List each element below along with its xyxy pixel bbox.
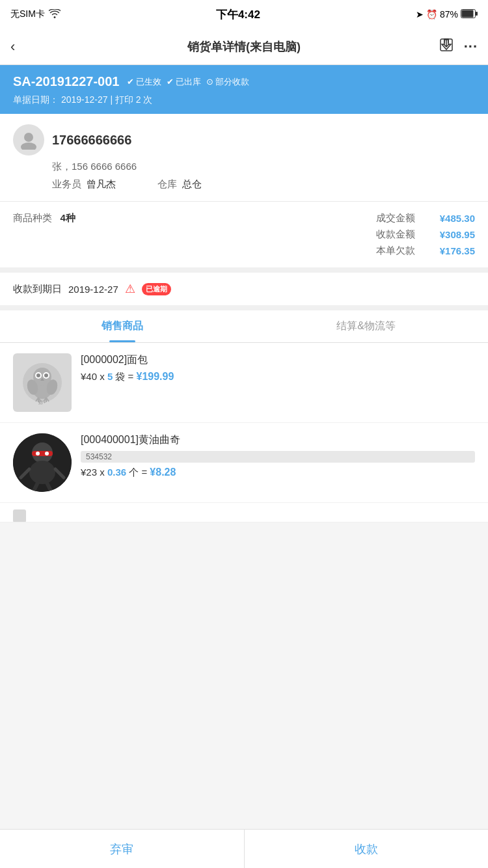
product-count: 4种 bbox=[61, 212, 75, 223]
product-price-1: ¥40 x 5 袋 = ¥199.99 bbox=[81, 371, 475, 383]
product-name-1: [0000002]面包 bbox=[81, 353, 475, 367]
svg-point-31 bbox=[36, 452, 40, 455]
status-left: 无SIM卡 bbox=[10, 8, 61, 20]
amount-row: 成交金额 ¥485.30 bbox=[376, 212, 475, 224]
svg-point-5 bbox=[21, 142, 36, 150]
overdue-date: 2019-12-27 bbox=[68, 284, 118, 295]
customer-name: 17666666666 bbox=[52, 133, 131, 148]
battery-icon bbox=[461, 9, 478, 20]
product-sku-2: 534532 bbox=[81, 451, 475, 463]
svg-point-32 bbox=[45, 452, 49, 455]
alarm-icon: ⏰ bbox=[426, 9, 437, 20]
product-image-2 bbox=[13, 433, 72, 492]
product-name-2: [000400001]黄油曲奇 bbox=[81, 433, 475, 447]
overdue-label: 收款到期日 bbox=[13, 283, 62, 295]
product-total-2: ¥8.28 bbox=[150, 467, 176, 478]
owed-row: 本单欠款 ¥176.35 bbox=[376, 245, 475, 257]
product-item-2: [000400001]黄油曲奇 534532 ¥23 x 0.36 个 = ¥8… bbox=[0, 423, 488, 503]
check-icon-1: ✔ bbox=[127, 77, 134, 87]
clock-icon: ⊙ bbox=[206, 77, 213, 87]
product-qty-2: 0.36 bbox=[107, 467, 126, 478]
product-total-1: ¥199.99 bbox=[137, 371, 174, 382]
cancel-button[interactable]: 弃审 bbox=[0, 830, 245, 868]
svg-point-12 bbox=[44, 373, 48, 377]
customer-meta: 业务员 曾凡杰 仓库 总仓 bbox=[13, 178, 475, 191]
order-id: SA-20191227-001 bbox=[13, 74, 119, 89]
header-banner: SA-20191227-001 ✔ 已生效 ✔ 已出库 ⊙ 部分收款 单据日期：… bbox=[0, 65, 488, 114]
amount-value: ¥485.30 bbox=[423, 213, 475, 224]
banner-date: 单据日期： 2019-12-27 | 打印 2 次 bbox=[13, 94, 475, 106]
tabs-section: 销售商品 结算&物流等 bbox=[0, 310, 488, 343]
customer-top: 17666666666 bbox=[13, 124, 475, 156]
check-icon-2: ✔ bbox=[167, 77, 174, 87]
product-info-1: [0000002]面包 ¥40 x 5 袋 = ¥199.99 bbox=[81, 353, 475, 383]
status-right: ➤ ⏰ 87% bbox=[416, 9, 478, 20]
status-time: 下午4:42 bbox=[216, 7, 260, 22]
product-price-2: ¥23 x 0.36 个 = ¥8.28 bbox=[81, 467, 475, 479]
nav-title: 销货单详情(来自电脑) bbox=[187, 39, 301, 55]
owed-value: ¥176.35 bbox=[423, 245, 475, 256]
nav-right: ··· bbox=[439, 38, 478, 55]
warehouse-value: 总仓 bbox=[182, 178, 202, 191]
battery-text: 87% bbox=[440, 9, 458, 20]
product-item-3 bbox=[0, 503, 488, 522]
svg-point-4 bbox=[24, 133, 33, 142]
product-item-1: 鲸+ [0000002]面包 ¥40 x 5 袋 = ¥199.99 bbox=[0, 343, 488, 423]
overdue-section: 收款到期日 2019-12-27 ⚠ 已逾期 bbox=[0, 273, 488, 310]
svg-rect-1 bbox=[461, 10, 473, 17]
svg-text:鲸+: 鲸+ bbox=[38, 400, 46, 405]
status-partial-payment: ⊙ 部分收款 bbox=[206, 76, 249, 88]
svg-point-11 bbox=[36, 373, 40, 377]
received-row: 收款金额 ¥308.95 bbox=[376, 228, 475, 241]
bottom-bar: 弃审 收款 bbox=[0, 829, 488, 868]
confirm-button[interactable]: 收款 bbox=[245, 830, 489, 868]
product-qty-1: 5 bbox=[107, 371, 113, 382]
product-info-2: [000400001]黄油曲奇 534532 ¥23 x 0.36 个 = ¥8… bbox=[81, 433, 475, 479]
customer-section: 17666666666 张，156 6666 6666 业务员 曾凡杰 仓库 总… bbox=[0, 114, 488, 202]
product-image-3 bbox=[13, 509, 26, 522]
svg-rect-25 bbox=[32, 451, 53, 456]
avatar bbox=[13, 124, 44, 156]
share-icon[interactable] bbox=[439, 38, 454, 55]
summary-right: 成交金额 ¥485.30 收款金额 ¥308.95 本单欠款 ¥176.35 bbox=[376, 212, 475, 257]
status-shipped: ✔ 已出库 bbox=[167, 76, 201, 88]
tab-sales-products[interactable]: 销售商品 bbox=[0, 310, 244, 342]
overdue-badge: 已逾期 bbox=[142, 283, 171, 295]
summary-left: 商品种类 4种 bbox=[13, 212, 75, 224]
svg-point-26 bbox=[29, 461, 55, 484]
back-button[interactable]: ‹ bbox=[5, 33, 20, 61]
salesperson-value: 曾凡杰 bbox=[87, 178, 116, 191]
status-bar: 无SIM卡 下午4:42 ➤ ⏰ 87% bbox=[0, 0, 488, 29]
location-icon: ➤ bbox=[416, 9, 424, 20]
status-effective: ✔ 已生效 bbox=[127, 76, 161, 88]
warehouse-label: 仓库 bbox=[157, 178, 177, 191]
received-value: ¥308.95 bbox=[423, 229, 475, 240]
customer-contact: 张，156 6666 6666 bbox=[13, 161, 475, 173]
nav-bar: ‹ 销货单详情(来自电脑) ··· bbox=[0, 29, 488, 65]
salesperson-label: 业务员 bbox=[52, 178, 81, 191]
product-list: 鲸+ [0000002]面包 ¥40 x 5 袋 = ¥199.99 bbox=[0, 343, 488, 522]
wifi-icon bbox=[49, 9, 61, 20]
summary-section: 商品种类 4种 成交金额 ¥485.30 收款金额 ¥308.95 本单欠款 ¥… bbox=[0, 202, 488, 273]
overdue-icon: ⚠ bbox=[125, 282, 135, 296]
svg-rect-2 bbox=[476, 12, 478, 16]
product-image-1: 鲸+ bbox=[13, 353, 72, 412]
carrier-text: 无SIM卡 bbox=[10, 8, 45, 20]
status-tags: ✔ 已生效 ✔ 已出库 ⊙ 部分收款 bbox=[127, 76, 249, 88]
more-icon[interactable]: ··· bbox=[464, 38, 478, 55]
tab-settlement[interactable]: 结算&物流等 bbox=[244, 310, 488, 342]
